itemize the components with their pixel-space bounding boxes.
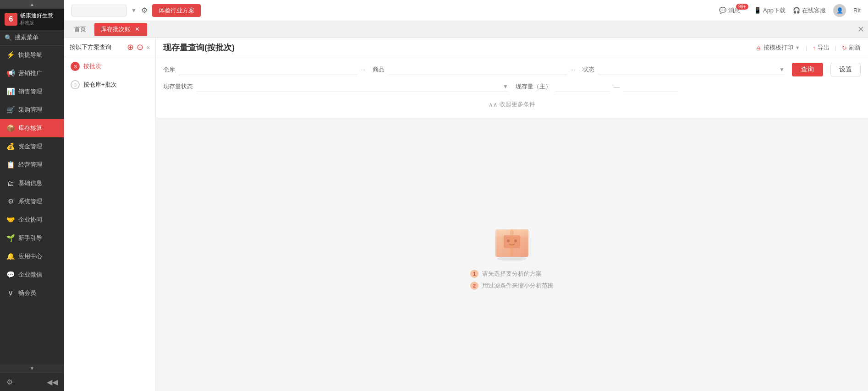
- warehouse-label: 仓库: [163, 65, 175, 74]
- sidebar-search[interactable]: 🔍 搜索菜单: [0, 30, 64, 46]
- search-icon: 🔍: [5, 34, 12, 41]
- sidebar-scroll-up[interactable]: ▲: [0, 0, 64, 9]
- empty-hint-1: 1 请先选择要分析的方案: [470, 270, 554, 278]
- sidebar-item-label: 资金管理: [18, 142, 42, 151]
- dropdown-icon[interactable]: ▼: [131, 7, 137, 14]
- refresh-label: 刷新: [849, 43, 861, 52]
- tab-close-button[interactable]: ✕: [133, 26, 141, 33]
- sidebar-item-cooperation[interactable]: 🤝 企业协同: [0, 211, 64, 229]
- scheme-active-icon: ⊙: [71, 62, 80, 71]
- right-content: 现存量查询(按批次) 🖨 按模板打印 ▼ | ↑ 导出 | ↻: [156, 38, 868, 391]
- hint-num-2: 2: [470, 282, 478, 290]
- titlebar-actions: 🖨 按模板打印 ▼ | ↑ 导出 | ↻ 刷新: [756, 43, 861, 52]
- sidebar: ▲ 6 畅康通好生意 标准版 🔍 搜索菜单 ⚡ 快捷导航 📢 营销推广 📊 销售…: [0, 0, 64, 391]
- collapse-scheme-icon[interactable]: «: [146, 43, 150, 51]
- query-button[interactable]: 查询: [792, 63, 823, 76]
- print-button[interactable]: 🖨 按模板打印 ▼: [756, 43, 800, 52]
- breadcrumb-input[interactable]: [71, 5, 126, 16]
- scheme-item-by-warehouse-batch[interactable]: ⊙ 按仓库+批次: [64, 76, 155, 94]
- sidebar-item-guide[interactable]: 🌱 新手引导: [0, 229, 64, 247]
- product-more-icon[interactable]: ···: [571, 66, 575, 73]
- basics-icon: 🗂: [6, 179, 15, 187]
- sidebar-item-system[interactable]: ⚙ 系统管理: [0, 192, 64, 211]
- service-icon: 🎧: [793, 7, 800, 14]
- add-scheme-icon[interactable]: ⊕: [127, 42, 134, 52]
- message-badge: 99+: [736, 4, 748, 10]
- inventory-qty-min-input[interactable]: [555, 81, 610, 92]
- app-label: App下载: [763, 6, 786, 15]
- sidebar-item-operations[interactable]: 📋 经营管理: [0, 156, 64, 174]
- filter-collapse-button[interactable]: ∧∧ 收起更多条件: [163, 97, 861, 112]
- product-input[interactable]: [388, 64, 566, 75]
- sidebar-footer: ⚙ ◀◀: [0, 373, 64, 391]
- divider1: |: [806, 44, 807, 51]
- sidebar-item-inventory[interactable]: 📦 库存核算: [0, 119, 64, 137]
- close-all-tabs-button[interactable]: ✕: [857, 25, 864, 33]
- sidebar-item-vip[interactable]: V 畅会员: [0, 284, 64, 302]
- product-filter-group: 商品 ···: [373, 64, 575, 75]
- tab-batch-account[interactable]: 库存批次账 ✕: [94, 23, 147, 36]
- sidebar-item-purchase[interactable]: 🛒 采购管理: [0, 101, 64, 119]
- sidebar-item-label: 快捷导航: [18, 51, 42, 59]
- status-label: 状态: [582, 65, 594, 74]
- print-dropdown-icon[interactable]: ▼: [795, 45, 800, 50]
- sidebar-item-appstore[interactable]: 🔔 应用中心: [0, 247, 64, 266]
- inventory-status-dropdown-icon: ▼: [503, 83, 508, 90]
- service-label: 在线客服: [802, 6, 826, 15]
- warehouse-more-icon[interactable]: ···: [361, 66, 365, 73]
- online-service-button[interactable]: 🎧 在线客服: [793, 6, 826, 15]
- warehouse-filter-group: 仓库 ···: [163, 64, 365, 75]
- cooperation-icon: 🤝: [6, 216, 15, 224]
- sidebar-item-label: 企业协同: [18, 216, 42, 224]
- avatar: 👤: [833, 4, 846, 17]
- inventory-status-select[interactable]: ▼: [197, 81, 508, 92]
- username-label[interactable]: Rit: [853, 7, 861, 14]
- qty-dash: —: [614, 83, 620, 90]
- warehouse-input[interactable]: [179, 64, 357, 75]
- sidebar-item-finance[interactable]: 💰 资金管理: [0, 137, 64, 156]
- settings-icon[interactable]: ⚙: [6, 378, 13, 386]
- page-titlebar: 现存量查询(按批次) 🖨 按模板打印 ▼ | ↑ 导出 | ↻: [156, 38, 868, 57]
- operations-icon: 📋: [6, 161, 15, 169]
- experience-button[interactable]: 体验行业方案: [152, 4, 201, 17]
- topbar-left: ▼ ⚙ 体验行业方案: [71, 4, 714, 17]
- status-dropdown-icon: ▼: [779, 66, 785, 73]
- status-filter-group: 状态 ▼: [582, 65, 785, 75]
- empty-illustration: [489, 219, 535, 261]
- sidebar-item-sales[interactable]: 📊 销售管理: [0, 82, 64, 101]
- export-button[interactable]: ↑ 导出: [813, 43, 830, 52]
- app-download-button[interactable]: 📱 App下载: [754, 6, 786, 15]
- status-select[interactable]: ▼: [598, 65, 785, 75]
- hint-text-1: 请先选择要分析的方案: [482, 270, 542, 278]
- scheme-item-label: 按仓库+批次: [83, 81, 117, 89]
- guide-icon: 🌱: [6, 234, 15, 242]
- sidebar-scroll-down[interactable]: ▼: [0, 364, 64, 373]
- topbar-gear-icon[interactable]: ⚙: [141, 6, 148, 15]
- collapse-icon[interactable]: ◀◀: [47, 378, 58, 386]
- scheme-item-by-batch[interactable]: ⊙ 按批次: [64, 57, 155, 76]
- filter-row-1: 仓库 ··· 商品 ··· 状态 ▼: [163, 63, 861, 76]
- sidebar-item-label: 系统管理: [18, 197, 42, 206]
- company-name: 畅康通好生意: [20, 12, 53, 20]
- app-icon: 📱: [754, 7, 761, 14]
- scheme-inactive-icon: ⊙: [71, 80, 80, 89]
- tab-batch-account-label: 库存批次账: [101, 25, 131, 33]
- message-button[interactable]: 💬 消息 99+: [719, 6, 740, 15]
- empty-illustration-svg: [489, 219, 535, 261]
- inventory-qty-max-input[interactable]: [623, 81, 678, 92]
- sidebar-item-quick-nav[interactable]: ⚡ 快捷导航: [0, 46, 64, 64]
- wechat-icon: 💬: [6, 271, 15, 279]
- content-area: 按以下方案查询 ⊕ ⊙ « ⊙ 按批次 ⊙ 按仓库+批次: [64, 38, 868, 391]
- filter-row-2: 现存量状态 ▼ 现存量（主） —: [163, 81, 861, 92]
- sidebar-item-marketing[interactable]: 📢 营销推广: [0, 64, 64, 82]
- refresh-button[interactable]: ↻ 刷新: [842, 43, 861, 52]
- sidebar-item-wechat[interactable]: 💬 企业微信: [0, 266, 64, 284]
- hint-text-2: 用过滤条件来缩小分析范围: [482, 282, 554, 290]
- settings-scheme-icon[interactable]: ⊙: [137, 42, 143, 52]
- export-label: 导出: [818, 43, 830, 52]
- svg-rect-4: [510, 229, 514, 256]
- sidebar-item-basics[interactable]: 🗂 基础信息: [0, 174, 64, 192]
- settings-button[interactable]: 设置: [830, 63, 861, 76]
- tab-home[interactable]: 首页: [68, 23, 93, 36]
- sidebar-item-label: 畅会员: [18, 289, 36, 297]
